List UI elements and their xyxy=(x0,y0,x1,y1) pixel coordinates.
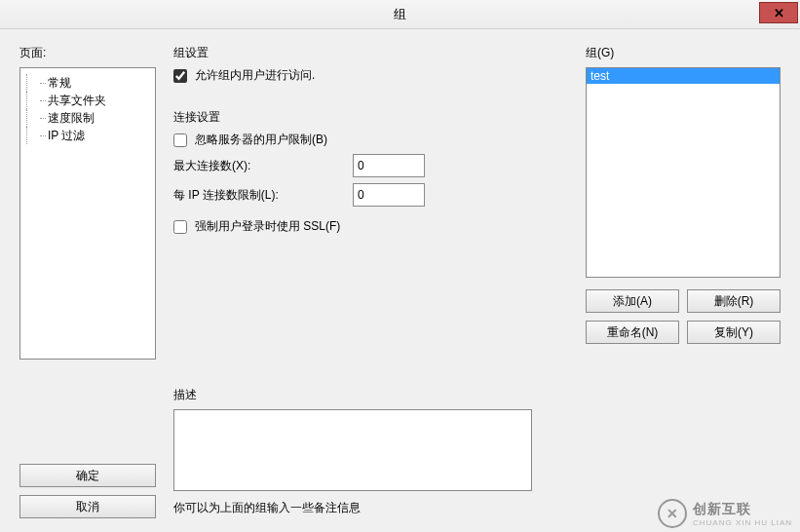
allow-access-checkbox[interactable] xyxy=(173,69,187,83)
left-column: 页面: 常规 共享文件夹 速度限制 IP 过滤 确定 取消 xyxy=(19,45,156,522)
add-button[interactable]: 添加(A) xyxy=(586,289,679,313)
groups-label: 组(G) xyxy=(586,45,781,61)
pages-label: 页面: xyxy=(19,45,156,61)
description-section: 描述 你可以为上面的组输入一些备注信息 xyxy=(173,387,568,516)
group-settings-section: 组设置 允许组内用户进行访问. xyxy=(173,45,568,90)
ignore-server-limit-checkbox[interactable] xyxy=(173,133,187,147)
max-connections-input[interactable] xyxy=(353,154,425,177)
force-ssl-checkbox[interactable] xyxy=(173,220,187,234)
right-column: 组(G) test 添加(A) 删除(R) 重命名(N) 复制(Y) xyxy=(586,45,781,522)
ignore-server-limit-label[interactable]: 忽略服务器的用户限制(B) xyxy=(195,132,327,148)
close-icon: ✕ xyxy=(774,6,784,20)
tree-item-shared-folders[interactable]: 共享文件夹 xyxy=(24,92,151,109)
tree-item-speed-limit[interactable]: 速度限制 xyxy=(24,109,151,127)
connection-settings-title: 连接设置 xyxy=(173,109,568,126)
force-ssl-label[interactable]: 强制用户登录时使用 SSL(F) xyxy=(195,218,340,235)
rename-button[interactable]: 重命名(N) xyxy=(586,321,679,344)
title-bar: 组 ✕ xyxy=(0,0,800,29)
groups-listbox[interactable]: test xyxy=(586,67,781,278)
tree-item-general[interactable]: 常规 xyxy=(24,74,151,92)
per-ip-limit-input[interactable] xyxy=(353,183,425,207)
window-title: 组 xyxy=(394,6,406,23)
description-title: 描述 xyxy=(173,387,568,403)
description-hint: 你可以为上面的组输入一些备注信息 xyxy=(173,500,568,516)
per-ip-limit-label: 每 IP 连接数限制(L): xyxy=(173,187,349,204)
connection-settings-section: 连接设置 忽略服务器的用户限制(B) 最大连接数(X): 每 IP 连接数限制(… xyxy=(173,109,568,241)
cancel-button[interactable]: 取消 xyxy=(19,495,156,518)
group-item[interactable]: test xyxy=(587,68,780,84)
group-settings-title: 组设置 xyxy=(173,45,568,61)
max-connections-label: 最大连接数(X): xyxy=(173,158,349,174)
allow-access-label[interactable]: 允许组内用户进行访问. xyxy=(195,67,315,84)
copy-button[interactable]: 复制(Y) xyxy=(687,321,781,344)
close-button[interactable]: ✕ xyxy=(759,2,798,23)
remove-button[interactable]: 删除(R) xyxy=(687,289,781,313)
pages-tree[interactable]: 常规 共享文件夹 速度限制 IP 过滤 xyxy=(19,67,156,360)
tree-item-ip-filter[interactable]: IP 过滤 xyxy=(24,127,151,144)
description-textarea[interactable] xyxy=(173,409,532,491)
center-column: 组设置 允许组内用户进行访问. 连接设置 忽略服务器的用户限制(B) 最大连接数… xyxy=(173,45,568,522)
dialog-body: 页面: 常规 共享文件夹 速度限制 IP 过滤 确定 取消 组设置 允许组内用户… xyxy=(0,29,800,532)
ok-button[interactable]: 确定 xyxy=(19,464,156,487)
